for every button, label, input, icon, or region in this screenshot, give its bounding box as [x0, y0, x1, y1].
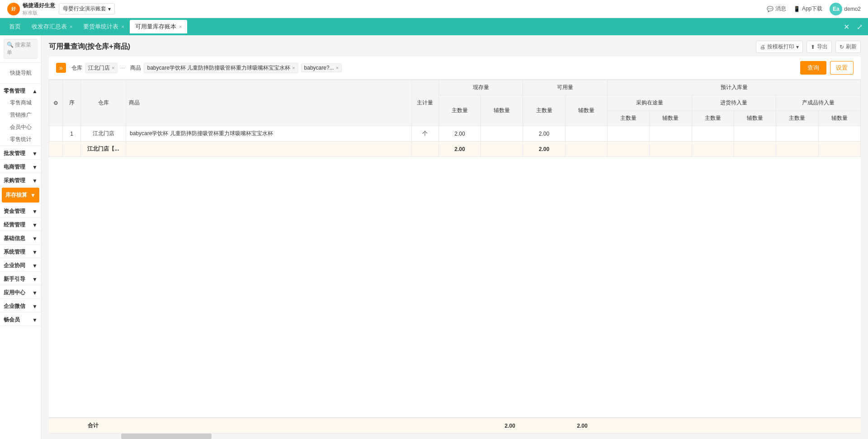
- warehouse-tag[interactable]: 江北门店 ×: [85, 63, 118, 73]
- tab-receive-summary[interactable]: 收发存汇总表 ×: [26, 20, 78, 33]
- th-product: 商品: [126, 80, 412, 126]
- th-prod-main: 主数量: [776, 111, 818, 126]
- warehouse-filter: 仓库 江北门店 × ···: [71, 63, 125, 73]
- setting-button[interactable]: 设置: [830, 61, 854, 75]
- tab-available-ledger-label: 可用量库存账本: [135, 23, 176, 31]
- sidebar-group-finance: 资金管理 ▼: [0, 204, 41, 217]
- sidebar-group-finance-header[interactable]: 资金管理 ▼: [0, 204, 41, 217]
- subtotal-avail-main: 2.00: [523, 142, 565, 157]
- sidebar-group-collab-header[interactable]: 企业协同 ▼: [0, 258, 41, 271]
- tab-order-stats[interactable]: 要货单统计表 ×: [78, 20, 129, 33]
- sidebar-group-newbie-header[interactable]: 新手引导 ▼: [0, 272, 41, 285]
- query-button[interactable]: 查询: [800, 61, 826, 75]
- sidebar-group-purchase-header[interactable]: 采购管理 ▼: [0, 173, 41, 186]
- cell-pt-aux: [650, 126, 692, 142]
- footer-label: 合计: [88, 422, 133, 430]
- tab-receive-summary-label: 收发存汇总表: [32, 23, 67, 31]
- subtotal-warehouse: 江北门店【...: [81, 142, 126, 157]
- sidebar-group-operations-header[interactable]: 经营管理 ▼: [0, 217, 41, 231]
- tab-expand-button[interactable]: ⤢: [855, 21, 864, 33]
- sidebar-group-basics-header[interactable]: 基础信息 ▼: [0, 231, 41, 244]
- product-tag1[interactable]: babycare学饮杯 儿童防摔防撞吸管杯重力球吸嘴杯宝宝水杯 ×: [144, 63, 298, 73]
- tab-bar: 首页 收发存汇总表 × 要货单统计表 × 可用量库存账本 × ✕ ⤢: [0, 18, 868, 35]
- app-download-button[interactable]: 📱 App下载: [793, 5, 822, 13]
- search-menu-button[interactable]: 🔍 搜索菜单: [4, 39, 38, 59]
- cell-pp-main: [692, 126, 734, 142]
- query-label: 查询: [807, 64, 819, 71]
- filter-expand-button[interactable]: »: [56, 63, 66, 73]
- subtotal-product: [126, 142, 412, 157]
- message-button[interactable]: 💬 消息: [767, 5, 786, 13]
- basics-group-label: 基础信息: [4, 235, 25, 242]
- subtotal-settings: [49, 142, 63, 157]
- sidebar-item-members[interactable]: 会员中心: [0, 121, 41, 133]
- sidebar-group-inventory-header[interactable]: 库存核算 ▼: [2, 188, 39, 203]
- sidebar-group-ecommerce-header[interactable]: 电商管理 ▼: [0, 160, 41, 173]
- search-icon: 🔍: [7, 42, 14, 48]
- tab-available-ledger[interactable]: 可用量库存账本 ×: [130, 20, 187, 33]
- product-tag2-close[interactable]: ×: [336, 65, 339, 71]
- product-tag2-value: babycare?...: [304, 65, 334, 71]
- tab-close-all-button[interactable]: ✕: [842, 21, 851, 33]
- footer-stock-main: 2.00: [492, 423, 528, 429]
- print-label: 按模板打印: [767, 43, 794, 51]
- subtotal-unit: [411, 142, 439, 157]
- sidebar-group-wechat-header[interactable]: 企业微信 ▼: [0, 299, 41, 312]
- retail-group-arrow: ▲: [32, 88, 38, 94]
- warehouse-tag-close[interactable]: ×: [112, 65, 114, 71]
- tab-home[interactable]: 首页: [4, 20, 26, 33]
- user-area[interactable]: Ea demo2: [830, 3, 861, 15]
- tab-receive-summary-close[interactable]: ×: [70, 24, 72, 29]
- bottom-scrollbar[interactable]: [49, 434, 861, 439]
- logo-area: 好 畅捷通好生意 标准版: [7, 2, 55, 16]
- content-area: 可用量查询(按仓库+商品) 🖨 按模板打印 ▾ ⬆ 导出 ↻ 刷新: [42, 35, 868, 439]
- refresh-icon: ↻: [840, 44, 844, 50]
- print-button[interactable]: 🖨 按模板打印 ▾: [756, 41, 803, 53]
- tab-order-stats-close[interactable]: ×: [121, 24, 124, 29]
- cell-warehouse: 江北门店: [81, 126, 126, 142]
- ecommerce-group-arrow: ▼: [32, 164, 38, 170]
- purchase-group-label: 采购管理: [4, 177, 25, 184]
- tab-available-ledger-close[interactable]: ×: [179, 24, 182, 29]
- th-unit: 主计量: [411, 80, 439, 126]
- account-selector[interactable]: 母婴行业演示账套 ▾: [59, 3, 115, 14]
- sidebar-search-area: 🔍 搜索菜单: [0, 35, 41, 63]
- sidebar-group-appcenter-header[interactable]: 应用中心 ▼: [0, 285, 41, 298]
- sidebar-item-marketing[interactable]: 营销推广: [0, 109, 41, 121]
- product-tag1-close[interactable]: ×: [292, 65, 295, 71]
- sidebar-item-quicknav[interactable]: 快捷导航: [0, 66, 41, 80]
- sidebar: 🔍 搜索菜单 快捷导航 零售管理 ▲ 零售商城 营销推广 会员中心: [0, 35, 42, 439]
- sidebar-group-system-header[interactable]: 系统管理 ▼: [0, 245, 41, 258]
- th-purchase-pending-group: 进货待入量: [692, 95, 776, 111]
- subtotal-stock-aux: [481, 142, 523, 157]
- product-tag1-value: babycare学饮杯 儿童防摔防撞吸管杯重力球吸嘴杯宝宝水杯: [147, 64, 290, 72]
- refresh-label: 刷新: [846, 43, 857, 51]
- warehouse-ellipsis[interactable]: ···: [120, 65, 125, 71]
- sidebar-item-retail-mall[interactable]: 零售商城: [0, 97, 41, 109]
- vip-group-arrow: ▼: [32, 317, 38, 323]
- export-button[interactable]: ⬆ 导出: [807, 41, 832, 53]
- appcenter-group-arrow: ▼: [32, 290, 38, 296]
- cell-pp-aux: [734, 126, 776, 142]
- sidebar-group-retail-header[interactable]: 零售管理 ▲: [0, 84, 41, 97]
- avatar-text: Ea: [833, 6, 840, 12]
- sidebar-item-retail-stats[interactable]: 零售统计: [0, 133, 41, 146]
- subtotal-row: 江北门店【... 2.00 2.00: [49, 142, 861, 157]
- operations-group-label: 经营管理: [4, 221, 25, 229]
- cell-prod-main: [776, 126, 818, 142]
- main-layout: 🔍 搜索菜单 快捷导航 零售管理 ▲ 零售商城 营销推广 会员中心: [0, 35, 868, 439]
- refresh-button[interactable]: ↻ 刷新: [835, 41, 861, 53]
- sidebar-group-wholesale-header[interactable]: 批发管理 ▼: [0, 146, 41, 159]
- sidebar-nav: 快捷导航: [0, 63, 41, 84]
- wholesale-group-arrow: ▼: [32, 151, 38, 157]
- sidebar-group-wholesale: 批发管理 ▼: [0, 146, 41, 160]
- operations-group-arrow: ▼: [32, 222, 38, 228]
- tab-order-stats-label: 要货单统计表: [83, 23, 118, 31]
- product-tag2[interactable]: babycare?... ×: [301, 63, 342, 72]
- cell-stock-aux: [481, 126, 523, 142]
- page-title: 可用量查询(按仓库+商品): [49, 42, 130, 52]
- print-icon: 🖨: [760, 44, 765, 50]
- th-pt-aux: 辅数量: [650, 111, 692, 126]
- sidebar-group-vip-header[interactable]: 畅会员 ▼: [0, 312, 41, 326]
- avatar: Ea: [830, 3, 842, 15]
